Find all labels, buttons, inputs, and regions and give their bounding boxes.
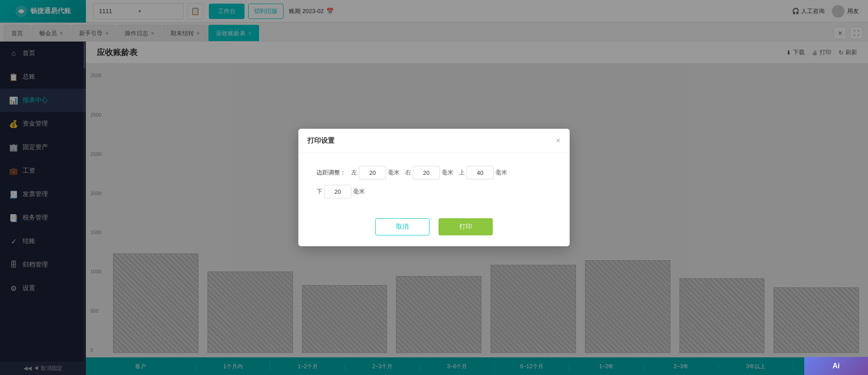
cancel-button[interactable]: 取消 <box>375 218 429 235</box>
modal-body: 边距调整： 左 毫米 右 毫米 上 毫米 下 <box>298 153 570 211</box>
margin-right-input[interactable] <box>413 166 440 179</box>
right-direction-label: 右 <box>405 169 411 177</box>
margin-left-group: 左 毫米 <box>351 166 400 179</box>
bottom-unit-label: 毫米 <box>353 188 365 196</box>
margin-row: 边距调整： 左 毫米 右 毫米 上 毫米 下 <box>316 166 552 198</box>
modal-title: 打印设置 <box>307 136 335 145</box>
modal-header: 打印设置 × <box>298 129 570 153</box>
modal-close-button[interactable]: × <box>556 136 561 145</box>
top-unit-label: 毫米 <box>495 169 507 177</box>
top-direction-label: 上 <box>459 169 465 177</box>
margin-bottom-input[interactable] <box>324 185 351 198</box>
margin-top-group: 上 毫米 <box>459 166 507 179</box>
ai-badge-label: Ai <box>833 362 840 370</box>
modal-footer: 取消 打印 <box>298 211 570 246</box>
print-settings-modal: 打印设置 × 边距调整： 左 毫米 右 毫米 上 毫米 <box>298 129 570 246</box>
ai-badge[interactable]: Ai <box>804 357 868 375</box>
left-unit-label: 毫米 <box>388 169 400 177</box>
margin-right-group: 右 毫米 <box>405 166 453 179</box>
margin-top-input[interactable] <box>467 166 494 179</box>
bottom-direction-label: 下 <box>316 188 322 196</box>
margin-adjust-label: 边距调整： <box>316 169 346 177</box>
print-confirm-button[interactable]: 打印 <box>439 218 493 235</box>
modal-overlay: 打印设置 × 边距调整： 左 毫米 右 毫米 上 毫米 <box>0 0 868 375</box>
margin-bottom-group: 下 毫米 <box>316 185 365 198</box>
right-unit-label: 毫米 <box>442 169 453 177</box>
left-direction-label: 左 <box>351 169 357 177</box>
margin-left-input[interactable] <box>359 166 386 179</box>
